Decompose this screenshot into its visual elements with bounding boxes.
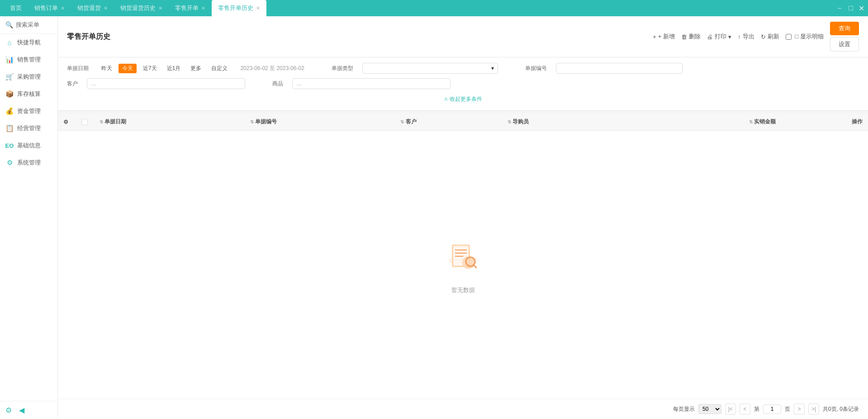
- sidebar-item-label: 基础信息: [17, 141, 41, 150]
- add-icon: +: [653, 33, 656, 40]
- data-table: ⚙ ⇅ 单据日期 ⇅ 单据编号: [58, 113, 868, 131]
- minimize-button[interactable]: －: [836, 4, 843, 13]
- chevron-down-icon: ▾: [728, 33, 731, 40]
- table-header: ⚙ ⇅ 单据日期 ⇅ 单据编号: [58, 113, 868, 131]
- display-detail-checkbox[interactable]: [786, 34, 792, 40]
- date-more[interactable]: 更多: [187, 64, 205, 73]
- refresh-icon: ↻: [761, 33, 766, 40]
- sidebar-bottom: ⚙ ◀: [0, 401, 57, 419]
- finance-icon: 💰: [5, 107, 14, 115]
- export-button[interactable]: ↑ 导出: [738, 33, 754, 41]
- sidebar-search-label: 搜索采单: [16, 21, 39, 29]
- next-page-button[interactable]: >: [794, 404, 805, 414]
- sidebar-item-quick-nav[interactable]: ⌂ 快捷导航: [0, 34, 57, 51]
- date-1month[interactable]: 近1月: [163, 64, 185, 73]
- empty-state: 暂无数据: [58, 131, 868, 399]
- page-suffix: 页: [785, 405, 790, 413]
- purchase-icon: 🛒: [5, 73, 14, 81]
- date-range-display: 2023-06-02 至 2023-06-02: [240, 65, 304, 72]
- number-input[interactable]: [556, 63, 683, 74]
- col-number: ⇅ 单据编号: [245, 113, 395, 131]
- close-icon[interactable]: ✕: [158, 5, 162, 11]
- maximize-button[interactable]: □: [849, 4, 853, 12]
- print-button[interactable]: 🖨 打印 ▾: [707, 33, 731, 41]
- per-page-label: 每页显示: [673, 405, 695, 413]
- tab-sales-order[interactable]: 销售订单 ✕: [28, 0, 71, 16]
- number-filter-label: 单据编号: [525, 65, 547, 72]
- delete-button[interactable]: 🗑 删除: [681, 33, 701, 41]
- sort-icon[interactable]: ⇅: [100, 119, 103, 124]
- col-customer: ⇅ 客户: [395, 113, 502, 131]
- sort-icon[interactable]: ⇅: [508, 119, 511, 124]
- date-yesterday[interactable]: 昨天: [98, 64, 116, 73]
- tab-bar: 首页 销售订单 ✕ 销货退货 ✕ 销货退货历史 ✕ 零售开单 ✕ 零售开单历史 …: [0, 0, 868, 16]
- sidebar-item-sales[interactable]: 📊 销售管理: [0, 51, 57, 68]
- sidebar-item-base-info[interactable]: EO 基础信息: [0, 137, 57, 154]
- date-filter-label: 单据日期: [67, 65, 89, 72]
- page-title: 零售开单历史: [67, 32, 110, 42]
- empty-text: 暂无数据: [451, 286, 475, 294]
- close-icon[interactable]: ✕: [256, 5, 260, 11]
- sort-icon[interactable]: ⇅: [400, 119, 404, 124]
- chevron-down-icon: ▾: [491, 65, 494, 71]
- tab-sales-return[interactable]: 销货退货 ✕: [71, 0, 114, 16]
- sidebar-item-purchase[interactable]: 🛒 采购管理: [0, 68, 57, 85]
- prev-page-button[interactable]: <: [740, 404, 750, 414]
- tab-retail-order[interactable]: 零售开单 ✕: [169, 0, 212, 16]
- first-page-button[interactable]: |<: [725, 404, 736, 414]
- operations-icon: 📋: [5, 124, 14, 132]
- sidebar-item-system[interactable]: ⚙ 系统管理: [0, 154, 57, 171]
- page-header: 零售开单历史 + + 新增 🗑 删除 🖨 打印 ▾ ↑ 导出: [58, 16, 868, 57]
- sidebar-search[interactable]: 🔍 搜索采单: [0, 16, 57, 34]
- sidebar-item-operations[interactable]: 📋 经营管理: [0, 120, 57, 137]
- close-icon[interactable]: ✕: [201, 5, 205, 11]
- add-button[interactable]: + + 新增: [653, 33, 675, 41]
- customer-filter-label: 客户: [67, 80, 78, 88]
- page-number-input[interactable]: [763, 405, 781, 414]
- pagination: 每页显示 50 100 200 |< < 第 页 > >| 共0页, 0条记录: [58, 399, 868, 419]
- col-amount: ⇅ 实销金额: [631, 113, 782, 131]
- sort-icon[interactable]: ⇅: [250, 119, 254, 124]
- filter-row-1: 单据日期 昨天 今天 近7天 近1月 更多 自定义 2023-06-02 至 2…: [67, 63, 859, 74]
- tab-home[interactable]: 首页: [4, 0, 28, 16]
- per-page-select[interactable]: 50 100 200: [698, 404, 721, 414]
- table-settings-icon[interactable]: ⚙: [63, 119, 68, 125]
- col-guide: ⇅ 导购员: [502, 113, 631, 131]
- close-icon[interactable]: ✕: [104, 5, 108, 11]
- content-area: 零售开单历史 + + 新增 🗑 删除 🖨 打印 ▾ ↑ 导出: [58, 16, 868, 419]
- settings-gear-icon[interactable]: ⚙: [5, 406, 12, 414]
- query-button[interactable]: 查询: [830, 22, 859, 35]
- empty-illustration: [441, 235, 486, 281]
- type-select[interactable]: ▾: [362, 63, 498, 74]
- sidebar-item-finance[interactable]: 💰 资金管理: [0, 103, 57, 120]
- col-date: ⇅ 单据日期: [94, 113, 245, 131]
- filter-row-2: 客户 … 商品 …: [67, 78, 859, 89]
- main-layout: 🔍 搜索采单 ⌂ 快捷导航 📊 销售管理 🛒 采购管理 📦 库存核算 💰 资金管…: [0, 16, 868, 419]
- goods-input[interactable]: …: [292, 78, 451, 89]
- tab-retail-order-history[interactable]: 零售开单历史 ✕: [212, 0, 266, 16]
- date-7days[interactable]: 近7天: [139, 64, 161, 73]
- refresh-button[interactable]: ↻ 刷新: [761, 33, 779, 41]
- last-page-button[interactable]: >|: [808, 404, 819, 414]
- sidebar-item-label: 库存核算: [17, 90, 41, 98]
- print-icon: 🖨: [707, 33, 713, 40]
- sidebar-item-label: 系统管理: [17, 159, 41, 167]
- export-icon: ↑: [738, 33, 741, 40]
- customer-input[interactable]: …: [87, 78, 245, 89]
- date-options: 昨天 今天 近7天 近1月 更多 自定义: [98, 64, 231, 73]
- tab-sales-return-history[interactable]: 销货退货历史 ✕: [114, 0, 169, 16]
- close-icon[interactable]: ✕: [61, 5, 65, 11]
- sort-icon[interactable]: ⇅: [749, 119, 753, 124]
- collapse-filter-button[interactable]: ∧ 收起更多条件: [67, 94, 859, 105]
- sidebar-item-label: 快捷导航: [17, 38, 41, 47]
- display-detail-toggle[interactable]: □ 显示明细: [786, 33, 824, 41]
- sidebar-item-label: 销售管理: [17, 56, 41, 64]
- date-custom[interactable]: 自定义: [208, 64, 231, 73]
- select-all-checkbox[interactable]: [81, 119, 88, 125]
- setting-button[interactable]: 设置: [830, 37, 859, 52]
- collapse-sidebar-icon[interactable]: ◀: [19, 406, 24, 414]
- date-today[interactable]: 今天: [119, 64, 137, 73]
- close-window-button[interactable]: ✕: [859, 4, 864, 13]
- total-records: 共0页, 0条记录: [823, 405, 859, 413]
- sidebar-item-inventory[interactable]: 📦 库存核算: [0, 85, 57, 103]
